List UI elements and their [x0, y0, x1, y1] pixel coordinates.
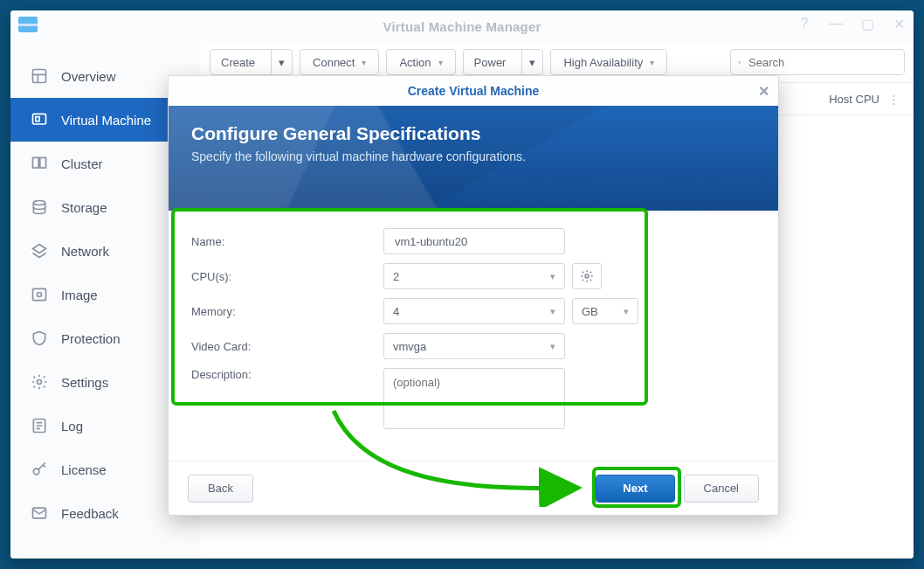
help-icon[interactable]: ?: [796, 16, 812, 31]
column-menu-icon[interactable]: ⋮: [888, 93, 901, 106]
dialog-title-bar: Create Virtual Machine ✕: [169, 76, 778, 106]
storage-icon: [30, 198, 49, 217]
gear-icon: [580, 269, 594, 283]
caret-down-icon[interactable]: ▾: [271, 50, 292, 74]
caret-down-icon: ▾: [550, 341, 555, 352]
app-icon: [17, 16, 38, 33]
sidebar-label: Overview: [61, 69, 116, 84]
dialog-close-icon[interactable]: ✕: [758, 83, 769, 100]
dialog-footer: Back Next Cancel: [169, 461, 778, 515]
power-button[interactable]: Power ▾: [463, 49, 544, 75]
gear-icon: [30, 372, 49, 392]
name-field[interactable]: [383, 228, 565, 254]
sidebar-label: Image: [61, 288, 98, 302]
caret-down-icon: ▾: [550, 271, 555, 282]
create-vm-dialog: Create Virtual Machine ✕ Configure Gener…: [168, 75, 779, 516]
svg-point-12: [33, 468, 39, 475]
maximize-icon[interactable]: ▢: [859, 16, 875, 31]
sidebar-label: Feedback: [61, 506, 119, 521]
window-controls: ? — ▢ ✕: [796, 16, 907, 31]
memory-unit-select[interactable]: GB▾: [572, 298, 638, 324]
cluster-icon: [30, 154, 49, 173]
column-host-cpu[interactable]: Host CPU: [829, 93, 879, 106]
label-name: Name:: [191, 235, 383, 248]
image-icon: [30, 285, 49, 304]
memory-select[interactable]: 4▾: [383, 298, 565, 324]
sidebar-label: Settings: [61, 375, 108, 390]
caret-down-icon: ▾: [362, 58, 366, 67]
back-button[interactable]: Back: [188, 475, 253, 503]
name-input[interactable]: [393, 234, 555, 249]
next-button[interactable]: Next: [596, 475, 674, 503]
sidebar-label: Log: [61, 419, 83, 434]
dialog-hero-title: Configure General Specifications: [191, 123, 755, 144]
svg-rect-8: [33, 288, 46, 300]
description-textarea[interactable]: [383, 368, 565, 429]
search-input[interactable]: [747, 55, 897, 70]
search-field[interactable]: [730, 49, 905, 75]
svg-point-15: [585, 274, 589, 278]
search-icon: [738, 56, 741, 69]
network-icon: [30, 241, 49, 260]
minimize-icon[interactable]: —: [828, 16, 844, 31]
label-video: Video Card:: [191, 340, 383, 353]
caret-down-icon: ▾: [624, 306, 629, 317]
sidebar-label: Storage: [61, 200, 107, 215]
window-title: Virtual Machine Manager: [383, 19, 541, 34]
label-description: Description:: [191, 368, 383, 381]
svg-rect-2: [33, 70, 46, 83]
caret-down-icon: ▾: [550, 306, 555, 317]
label-cpu: CPU(s):: [191, 270, 383, 283]
caret-down-icon: ▾: [438, 58, 443, 67]
action-button[interactable]: Action▾: [386, 49, 455, 75]
svg-rect-1: [18, 24, 38, 26]
svg-rect-4: [36, 117, 39, 121]
sidebar-label: License: [61, 462, 107, 477]
cancel-button[interactable]: Cancel: [684, 475, 759, 503]
cpu-settings-button[interactable]: [572, 263, 602, 289]
svg-point-10: [38, 380, 42, 385]
sidebar-label: Network: [61, 244, 109, 259]
sidebar-label: Cluster: [61, 156, 103, 171]
dialog-title: Create Virtual Machine: [408, 84, 540, 98]
dialog-hero-subtitle: Specify the following virtual machine ha…: [191, 149, 755, 163]
cpu-select[interactable]: 2▾: [383, 263, 565, 289]
caret-down-icon[interactable]: ▾: [521, 50, 542, 74]
close-icon[interactable]: ✕: [891, 16, 907, 31]
create-button[interactable]: Create ▾: [210, 49, 293, 75]
title-bar: Virtual Machine Manager ? — ▢ ✕: [10, 10, 914, 42]
log-icon: [30, 416, 49, 435]
vm-icon: [30, 110, 49, 129]
dialog-body: Name: CPU(s): 2▾ Memory: 4▾ GB▾ Video Ca…: [169, 211, 778, 461]
app-window: Virtual Machine Manager ? — ▢ ✕ Overview…: [10, 10, 914, 559]
label-memory: Memory:: [191, 305, 383, 318]
video-card-select[interactable]: vmvga▾: [383, 333, 565, 359]
key-icon: [30, 460, 49, 479]
high-availability-button[interactable]: High Availability▾: [550, 49, 667, 75]
layout-icon: [30, 66, 49, 86]
sidebar-label: Virtual Machine: [61, 113, 151, 128]
sidebar-label: Protection: [61, 331, 121, 346]
svg-rect-5: [33, 157, 39, 168]
dialog-hero: Configure General Specifications Specify…: [169, 106, 778, 211]
shield-icon: [30, 329, 49, 348]
svg-point-9: [38, 293, 42, 297]
svg-rect-6: [40, 157, 46, 168]
svg-point-14: [739, 61, 741, 63]
mail-icon: [30, 503, 49, 523]
caret-down-icon: ▾: [650, 58, 654, 67]
svg-point-7: [33, 201, 45, 205]
connect-button[interactable]: Connect▾: [300, 49, 379, 75]
